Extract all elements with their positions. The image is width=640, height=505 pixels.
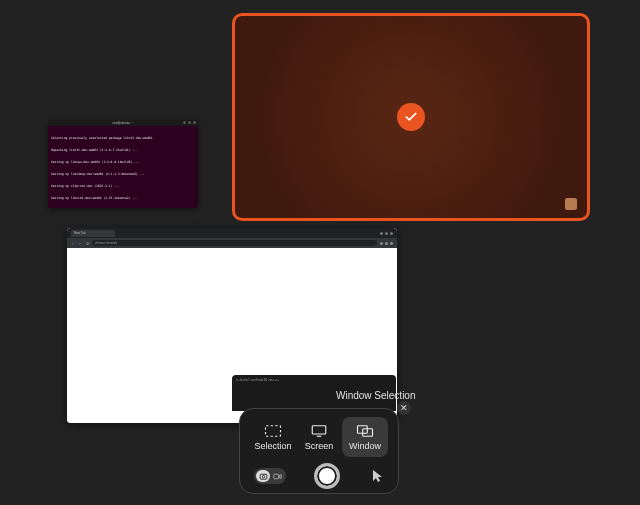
mode-window-button[interactable]: Window bbox=[342, 417, 388, 457]
selected-check-icon bbox=[397, 103, 425, 131]
background-text: ls -la /etc/*.conf total 36 -rw-r--r-- bbox=[236, 378, 279, 382]
close-icon: ✕ bbox=[400, 403, 408, 413]
capture-shutter-button[interactable] bbox=[314, 463, 340, 489]
terminal-window[interactable]: root@ubuntu: ~ Selecting previously unse… bbox=[48, 120, 198, 208]
photo-video-toggle[interactable] bbox=[254, 468, 286, 484]
url-text: chrome://newtab bbox=[95, 241, 117, 245]
forward-icon[interactable]: › bbox=[78, 241, 82, 245]
video-mode-icon bbox=[270, 470, 284, 482]
photo-mode-icon bbox=[256, 470, 270, 482]
close-screenshot-ui-button[interactable]: ✕ bbox=[397, 401, 411, 415]
terminal-output: Selecting previously unselected package … bbox=[48, 126, 198, 208]
mode-label: Window bbox=[349, 441, 381, 451]
svg-rect-1 bbox=[312, 425, 326, 433]
svg-rect-7 bbox=[273, 474, 278, 479]
browser-tab[interactable]: New Tab bbox=[71, 230, 115, 237]
screenshot-panel: Selection Screen Window bbox=[239, 408, 399, 494]
menu-icon[interactable] bbox=[390, 242, 393, 245]
window-icon bbox=[356, 424, 374, 438]
close-button[interactable] bbox=[193, 121, 196, 124]
svg-rect-0 bbox=[266, 425, 281, 436]
maximize-button[interactable] bbox=[385, 232, 388, 235]
show-pointer-toggle[interactable] bbox=[372, 469, 384, 483]
trash-icon bbox=[565, 198, 577, 210]
mode-screen-button[interactable]: Screen bbox=[296, 417, 342, 457]
capture-controls-row bbox=[250, 463, 388, 489]
mode-label: Selection bbox=[254, 441, 291, 451]
minimize-button[interactable] bbox=[183, 121, 186, 124]
terminal-line: Setting up libxdmcp-dev:amd64 (1:1.1.3-0… bbox=[51, 172, 195, 176]
screen-icon bbox=[310, 424, 328, 438]
extension-icon[interactable] bbox=[380, 242, 383, 245]
terminal-titlebar: root@ubuntu: ~ bbox=[48, 120, 198, 126]
browser-tabbar: New Tab bbox=[67, 228, 397, 238]
window-controls bbox=[183, 121, 196, 124]
address-bar[interactable]: chrome://newtab bbox=[92, 240, 377, 246]
browser-toolbar: ‹ › ⟳ chrome://newtab bbox=[67, 238, 397, 248]
window-controls bbox=[380, 232, 393, 235]
back-icon[interactable]: ‹ bbox=[71, 241, 75, 245]
maximize-button[interactable] bbox=[188, 121, 191, 124]
terminal-line: Setting up libxau-dev:amd64 (1:1.0.9-1bu… bbox=[51, 160, 195, 164]
terminal-line: Unpacking libx11-dev:amd64 (2:1.8.7-1bui… bbox=[51, 148, 195, 152]
profile-icon[interactable] bbox=[385, 242, 388, 245]
reload-icon[interactable]: ⟳ bbox=[85, 241, 89, 245]
desktop-window-selected[interactable] bbox=[232, 13, 590, 221]
close-button[interactable] bbox=[390, 232, 393, 235]
svg-rect-5 bbox=[260, 474, 267, 479]
minimize-button[interactable] bbox=[380, 232, 383, 235]
selection-icon bbox=[264, 424, 282, 438]
mode-selection-button[interactable]: Selection bbox=[250, 417, 296, 457]
mode-label: Screen bbox=[305, 441, 334, 451]
capture-mode-row: Selection Screen Window bbox=[250, 417, 388, 457]
tooltip: Window Selection bbox=[336, 390, 415, 401]
terminal-line: Setting up libxcb1-dev:amd64 (1.15-1ubun… bbox=[51, 196, 195, 200]
svg-point-6 bbox=[262, 475, 264, 477]
terminal-line: Selecting previously unselected package … bbox=[51, 136, 195, 140]
terminal-line: Setting up x11proto-dev (2023.2-1) ... bbox=[51, 184, 195, 188]
terminal-title: root@ubuntu: ~ bbox=[113, 121, 134, 125]
tab-title: New Tab bbox=[74, 231, 86, 235]
